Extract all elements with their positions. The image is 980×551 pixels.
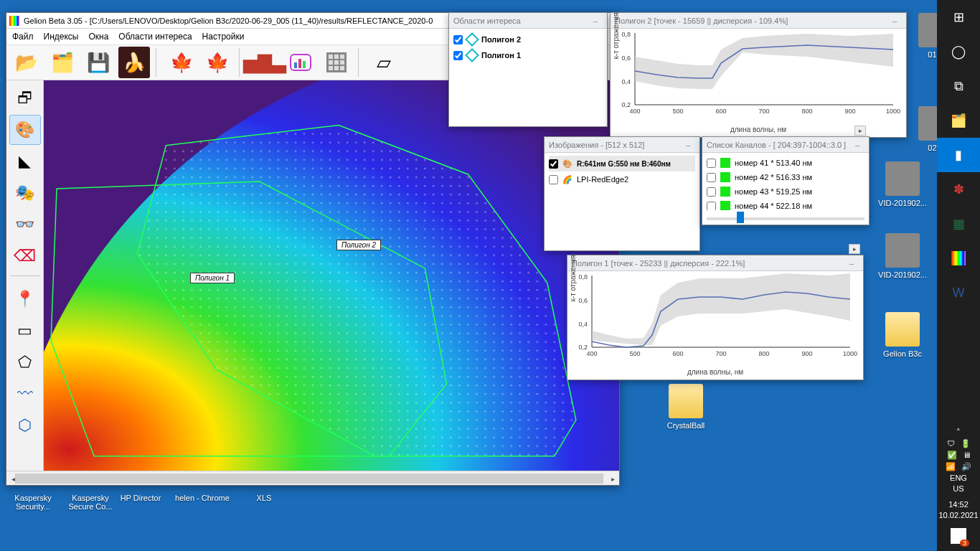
desktop-label-5[interactable]: XLS <box>235 494 293 502</box>
chan-check-44[interactable] <box>707 202 716 211</box>
menu-settings[interactable]: Настройки <box>202 32 245 42</box>
chart1-snap-icon[interactable]: ▸ <box>849 244 860 254</box>
canvas-scrollbar-h[interactable]: ◂▸ <box>6 471 619 485</box>
channels-snap-icon[interactable]: ▸ <box>854 126 866 136</box>
menu-areas[interactable]: Области интереса <box>118 32 192 42</box>
open-file-button[interactable]: 📂 <box>11 47 42 78</box>
tray-wifi-icon[interactable]: 📶 <box>946 462 956 471</box>
taskbar-app-gelion-icon[interactable]: ▮ <box>937 138 980 172</box>
chart-panel-polygon1: ▸ Полигон 1 [точек - 25233 || дисперсия … <box>567 255 864 380</box>
chan-row-43[interactable]: номер 43 * 519.25 нм <box>735 187 812 196</box>
desktop-icon-r5[interactable]: Gelion B3c <box>874 312 931 358</box>
mask-tool-icon[interactable]: 🎭 <box>9 178 41 208</box>
taskbar-word-icon[interactable]: W <box>937 276 980 310</box>
channels-panel: ▸ Список Каналов - [ 204:397-1004::3.0 ]… <box>702 136 870 225</box>
chan-row-42[interactable]: номер 42 * 516.33 нм <box>735 173 812 182</box>
chart1-plot: к-т отражения 0,8 0,6 0,4 0,2 400 500 60… <box>567 271 863 379</box>
svg-rect-3 <box>303 61 306 68</box>
tray-expand-icon[interactable]: ˄ <box>956 428 961 437</box>
image-check-1[interactable] <box>549 159 558 169</box>
svg-text:600: 600 <box>715 108 726 115</box>
tray-check-icon[interactable]: ✅ <box>947 451 957 460</box>
tray-region[interactable]: US <box>953 484 963 493</box>
taskbar-excel-icon[interactable]: ▦ <box>937 207 980 241</box>
toolbar-sep-1 <box>156 48 160 77</box>
chart2-close-icon[interactable]: – <box>887 15 902 27</box>
svg-rect-9 <box>334 60 339 65</box>
roi-item-1[interactable]: Полигон 2 <box>481 35 521 44</box>
svg-text:0,4: 0,4 <box>621 78 631 85</box>
channels-slider[interactable] <box>702 210 869 225</box>
search-icon[interactable]: ◯ <box>937 34 980 69</box>
clear-tool-icon[interactable]: ⌫ <box>9 241 41 271</box>
image-canvas[interactable]: Полигон 2 Полигон 1 <box>44 80 619 471</box>
tray-shield-icon[interactable]: 🛡 <box>947 439 955 448</box>
desktop-label-3[interactable]: HP Director <box>112 494 169 502</box>
windows-taskbar: ⊞ ◯ ⧉ 🗂️ ▮ ✽ ▦ W ˄ 🛡🔋 ✅🖥 📶🔊 ENG US 14:52… <box>937 0 980 551</box>
svg-text:800: 800 <box>758 350 769 357</box>
menu-windows[interactable]: Окна <box>88 32 108 42</box>
menu-file[interactable]: Файл <box>12 32 34 42</box>
image-check-2[interactable] <box>549 175 558 184</box>
barchart-icon[interactable] <box>285 47 316 78</box>
chan-check-43[interactable] <box>707 187 716 197</box>
app-logo-icon <box>9 16 19 26</box>
chan-row-41[interactable]: номер 41 * 513.40 нм <box>735 159 812 167</box>
images-close-icon[interactable]: – <box>681 139 695 151</box>
roi-panel-close-icon[interactable]: – <box>588 15 603 27</box>
start-button[interactable]: ⊞ <box>937 0 980 34</box>
system-tray[interactable]: ˄ 🛡🔋 ✅🖥 📶🔊 ENG US 14:5210.02.2021 <box>938 423 978 551</box>
tray-clock[interactable]: 14:5210.02.2021 <box>938 499 978 520</box>
banana-icon[interactable]: 🍌 <box>118 47 150 78</box>
polyline-tool-icon[interactable]: 〰 <box>9 379 41 409</box>
open-folder-button[interactable]: 🗂️ <box>47 47 78 78</box>
hexagon-tool-icon[interactable]: ⬡ <box>9 410 41 441</box>
channels-close-icon[interactable]: – <box>850 139 864 151</box>
desktop-label-4[interactable]: helen - Chrome <box>174 494 231 502</box>
chan-check-42[interactable] <box>707 173 716 182</box>
polygon-tool-icon[interactable]: ⬠ <box>9 347 41 377</box>
tray-battery-icon[interactable]: 🔋 <box>961 439 971 448</box>
chan-row-44[interactable]: номер 44 * 522.18 нм <box>735 202 812 210</box>
desktop-icon-r6[interactable]: CrystalBall <box>657 384 715 430</box>
roi-panel-title: Области интереса <box>453 17 521 25</box>
glasses-tool-icon[interactable]: 👓 <box>9 209 41 240</box>
leaf-icon-1[interactable]: 🍁 <box>166 47 197 78</box>
tray-volume-icon[interactable]: 🔊 <box>961 462 971 471</box>
image-item-1[interactable]: R:641нм G:550 нм B:460нм <box>577 160 671 168</box>
desktop-icon-r3[interactable]: VID-201902... <box>874 161 931 207</box>
chan-check-41[interactable] <box>707 159 716 168</box>
pin-tool-icon[interactable]: 📍 <box>9 284 41 314</box>
desktop-label-2[interactable]: Kaspersky Secure Co... <box>62 494 119 511</box>
task-view-icon[interactable]: ⧉ <box>937 69 980 103</box>
desktop-label-1[interactable]: Kaspersky Security... <box>4 494 62 511</box>
eraser-icon[interactable]: ▱ <box>368 47 400 78</box>
roi-check-1[interactable] <box>453 35 463 44</box>
roi-check-2[interactable] <box>453 51 463 60</box>
rect-tool-icon[interactable]: ▭ <box>9 316 41 346</box>
channels-list[interactable]: номер 41 * 513.40 нм номер 42 * 516.33 н… <box>702 153 869 210</box>
desktop-icon-r4[interactable]: VID-201902... <box>874 233 931 279</box>
roi-item-2[interactable]: Полигон 1 <box>481 51 521 60</box>
histogram-icon[interactable]: ▅▇▃ <box>249 47 281 78</box>
channels-panel-title: Список Каналов - [ 204:397-1004::3.0 ] <box>707 141 846 149</box>
leaf-icon-2[interactable]: 🍁 <box>202 47 233 78</box>
explorer-icon[interactable]: 🗂️ <box>937 103 980 138</box>
color-swatch-icon <box>720 187 730 197</box>
prism-tool-icon[interactable]: ◣ <box>9 146 41 176</box>
calculator-icon[interactable] <box>321 47 352 78</box>
tray-screen-icon[interactable]: 🖥 <box>963 451 971 460</box>
taskbar-app-2-icon[interactable]: ✽ <box>937 172 980 207</box>
windows-tool-icon[interactable]: 🗗 <box>9 83 41 113</box>
notifications-icon[interactable] <box>951 528 966 544</box>
svg-text:700: 700 <box>715 350 726 357</box>
palette-tool-icon[interactable]: 🎨 <box>9 115 41 145</box>
tray-lang[interactable]: ENG <box>950 474 967 482</box>
taskbar-app-rainbow-icon[interactable] <box>937 241 980 276</box>
svg-text:0,6: 0,6 <box>621 55 631 62</box>
save-button[interactable]: 💾 <box>83 47 114 78</box>
chart1-close-icon[interactable]: – <box>844 258 859 269</box>
image-item-2[interactable]: LPI-RedEdge2 <box>577 175 628 184</box>
svg-text:500: 500 <box>672 108 683 115</box>
menu-indices[interactable]: Индексы <box>44 32 79 42</box>
